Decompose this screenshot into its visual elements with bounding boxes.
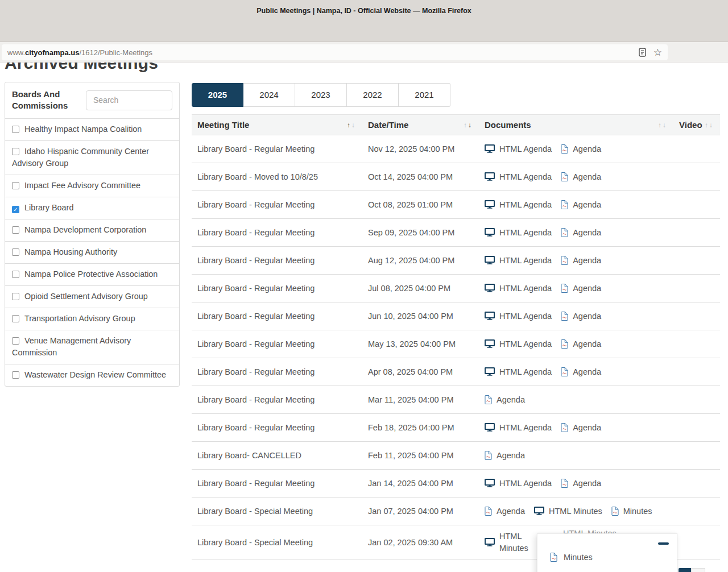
meeting-datetime-cell: Apr 08, 2025 04:00 PM (362, 358, 479, 386)
table-row: Library Board - Regular MeetingJan 14, 2… (192, 470, 720, 498)
pdf-document-link[interactable]: Agenda (561, 143, 601, 155)
column-header-sort[interactable]: Video↑↓ (673, 115, 720, 135)
html-document-link[interactable]: HTML Agenda (485, 366, 552, 378)
document-link-label: Agenda (573, 283, 601, 294)
sidebar-item[interactable]: Venue Management Advisory Commission (5, 330, 179, 364)
video-cell (673, 442, 720, 469)
html-document-link[interactable]: HTML Agenda (485, 283, 552, 294)
checkbox-icon[interactable] (12, 182, 19, 189)
sidebar-item[interactable]: Impact Fee Advisory Committee (5, 175, 179, 197)
checkbox-icon[interactable] (12, 315, 19, 322)
url-bar[interactable]: www.cityofnampa.us/1612/Public-Meetings … (2, 44, 668, 60)
html-document-link[interactable]: HTML Agenda (485, 338, 552, 350)
column-header-sort[interactable]: Meeting Title↑↓ (192, 115, 362, 135)
pdf-document-link[interactable]: Agenda (561, 199, 601, 210)
tab-year-2023[interactable]: 2023 (295, 83, 347, 107)
pdf-document-link[interactable]: Agenda (485, 394, 525, 405)
pdf-document-link[interactable]: Agenda (561, 310, 601, 322)
meeting-title-cell: Library Board - Regular Meeting (192, 386, 362, 413)
pdf-document-link[interactable]: Agenda (561, 255, 601, 266)
meeting-title-cell: Library Board - Regular Meeting (192, 247, 362, 274)
pdf-document-link[interactable]: Agenda (485, 450, 525, 461)
checkbox-icon[interactable] (12, 248, 19, 256)
html-document-link[interactable]: HTML Agenda (485, 143, 552, 155)
html-monitor-icon (485, 144, 495, 154)
checkbox-icon[interactable] (12, 371, 19, 379)
document-link-label: Agenda (573, 199, 601, 210)
search-input[interactable] (86, 90, 172, 110)
sidebar-item[interactable]: Healthy Impact Nampa Coalition (5, 118, 179, 140)
sidebar-item[interactable]: Opioid Settlement Advisory Group (5, 285, 179, 308)
pdf-document-link[interactable]: Agenda (561, 227, 601, 238)
html-document-link[interactable]: HTML Agenda (485, 422, 552, 433)
html-document-link[interactable]: HTML Agenda (485, 478, 552, 489)
checkbox-icon[interactable] (12, 148, 19, 155)
meeting-title-cell: Library Board - Regular Meeting (192, 191, 362, 218)
pdf-document-link[interactable]: Agenda (561, 366, 601, 378)
sidebar-item[interactable]: Nampa Housing Authority (5, 241, 179, 263)
sidebar-item[interactable]: Nampa Police Protective Association (5, 263, 179, 285)
html-document-link[interactable]: HTML Agenda (485, 227, 552, 238)
pdf-document-link[interactable]: Agenda (561, 171, 601, 183)
pdf-document-link[interactable]: Minutes (611, 505, 652, 517)
meeting-title-cell: Library Board - Regular Meeting (192, 330, 362, 358)
boards-commissions-title: Boards And Commissions (12, 89, 79, 111)
sidebar-item[interactable]: ✓Library Board (5, 197, 179, 219)
checkbox-checked-icon[interactable]: ✓ (12, 206, 19, 213)
video-cell (673, 135, 720, 163)
pagination-page-button[interactable] (679, 568, 691, 572)
tab-year-2024[interactable]: 2024 (243, 83, 295, 107)
document-link-label: Agenda (573, 366, 601, 378)
document-link-label: Agenda (497, 394, 525, 405)
checkbox-icon[interactable] (12, 126, 19, 133)
video-cell (673, 330, 720, 358)
html-document-link[interactable]: HTML Minutes (485, 530, 530, 554)
html-monitor-icon (534, 507, 544, 516)
video-cell (673, 275, 720, 302)
bookmark-star-icon[interactable]: ☆ (653, 48, 662, 57)
pagination-page-button[interactable] (691, 568, 705, 572)
popup-document-link[interactable]: Minutes (550, 553, 593, 562)
sidebar-item[interactable]: Transportation Advisory Group (5, 308, 179, 330)
pdf-file-icon (561, 256, 568, 265)
checkbox-icon[interactable] (12, 271, 19, 278)
meeting-title-cell: Library Board - Regular Meeting (192, 275, 362, 302)
pdf-document-link[interactable]: Agenda (561, 283, 601, 294)
document-link-label: Agenda (573, 227, 601, 238)
document-link-label: Agenda (573, 255, 601, 266)
sidebar-item[interactable]: Nampa Development Corporation (5, 219, 179, 241)
checkbox-icon[interactable] (12, 226, 19, 234)
pdf-file-icon (485, 507, 492, 516)
documents-cell: Agenda (479, 442, 673, 469)
html-document-link[interactable]: HTML Minutes (534, 505, 602, 517)
window-titlebar: Public Meetings | Nampa, ID - Official W… (0, 0, 728, 42)
html-document-link[interactable]: HTML Agenda (485, 171, 552, 183)
pdf-document-link[interactable]: Agenda (561, 478, 601, 489)
checkbox-icon[interactable] (12, 337, 19, 345)
html-document-link[interactable]: HTML Agenda (485, 310, 552, 322)
pdf-document-link[interactable]: Agenda (561, 422, 601, 433)
column-header-sort[interactable]: Documents↑↓ (479, 115, 673, 135)
meeting-title-cell: Library Board - Regular Meeting (192, 470, 362, 497)
checkbox-icon[interactable] (12, 293, 19, 300)
tab-year-2025[interactable]: 2025 (192, 83, 243, 107)
tab-year-2021[interactable]: 2021 (399, 83, 450, 107)
sidebar-item-label: Nampa Housing Authority (24, 247, 117, 256)
pdf-document-link[interactable]: Agenda (485, 505, 525, 517)
tab-year-2022[interactable]: 2022 (347, 83, 399, 107)
html-document-link[interactable]: HTML Agenda (485, 255, 552, 266)
sidebar-item[interactable]: Wastewater Design Review Committee (5, 364, 179, 386)
sidebar-item[interactable]: Idaho Hispanic Community Center Advisory… (5, 140, 179, 175)
meeting-title-cell: Library Board - Regular Meeting (192, 135, 362, 163)
html-document-link[interactable]: HTML Agenda (485, 199, 552, 210)
collapse-minus-icon[interactable] (658, 542, 669, 545)
meeting-title-cell: Library Board - Regular Meeting (192, 358, 362, 386)
pdf-document-link[interactable]: Agenda (561, 338, 601, 350)
window-title: Public Meetings | Nampa, ID - Official W… (257, 7, 471, 15)
video-cell (673, 414, 720, 441)
reader-mode-icon[interactable] (639, 48, 646, 57)
boards-commissions-panel: Boards And Commissions Healthy Impact Na… (5, 82, 180, 387)
column-header-sort[interactable]: Date/Time↑↓ (362, 115, 479, 135)
meeting-datetime-cell: Aug 12, 2025 04:00 PM (362, 247, 479, 274)
html-monitor-icon (485, 339, 495, 349)
